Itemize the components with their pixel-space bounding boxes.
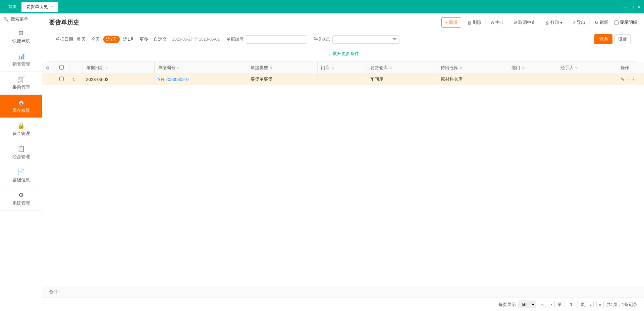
next-page-btn[interactable]: ›	[588, 301, 594, 308]
sidebar-item-inventory[interactable]: 🏠 库存核算	[0, 95, 42, 118]
last-page-btn[interactable]: »	[596, 301, 603, 308]
date-filter-label: 单据日期	[56, 36, 73, 42]
date-sort-icon[interactable]: ⇅	[105, 66, 108, 70]
sidebar-search-label: 搜索菜单	[11, 16, 28, 22]
sidebar-item-basic[interactable]: 📄 基础信息	[0, 164, 42, 187]
page-number-input[interactable]	[565, 301, 578, 308]
export-button[interactable]: ↗ 导出	[569, 18, 589, 27]
per-page-select[interactable]: 20 50 100 200	[519, 301, 536, 308]
more-actions-icon[interactable]: ⋮⋮	[627, 77, 636, 82]
quick-nav-icon: ⊞	[18, 29, 23, 37]
active-tab[interactable]: 要货单历史 ×	[21, 2, 58, 12]
total-info: 共1页，1条记录	[606, 302, 637, 308]
table-row: 1 2023-06-02 YH-20230602-0 要货单要货 车间库 原材料…	[42, 74, 644, 85]
stop-button[interactable]: ⊘ 中止	[487, 18, 507, 27]
store-sort-icon[interactable]: ⇅	[331, 66, 334, 70]
select-all-checkbox[interactable]	[59, 65, 64, 70]
table-area: ⚙ 单据日期⇅ 单据编号⇅ 单据类型⇅	[42, 62, 644, 286]
stop-icon: ⊘	[491, 20, 494, 25]
date-option-1month[interactable]: 近1月	[121, 36, 136, 43]
data-table: ⚙ 单据日期⇅ 单据编号⇅ 单据类型⇅	[42, 62, 644, 85]
active-tab-label: 要货单历史	[26, 4, 48, 9]
doc-no-link[interactable]: YH-20230602-0	[158, 77, 189, 82]
date-option-7days[interactable]: 近7天	[103, 36, 120, 43]
status-filter-group: 单据状态	[313, 35, 399, 44]
page-suffix: 页	[581, 302, 585, 308]
page-label: 第	[557, 302, 562, 308]
edit-icon[interactable]: ✎	[621, 77, 625, 82]
row-handler-cell	[557, 74, 617, 85]
cancel-stop-button[interactable]: ↺ 取消中止	[510, 18, 539, 27]
reqwarehouse-sort-icon[interactable]: ⇅	[389, 66, 392, 70]
doctype-sort-icon[interactable]: ⇅	[269, 66, 272, 70]
maximize-btn[interactable]: □	[631, 4, 634, 9]
inventory-icon: 🏠	[17, 99, 25, 106]
date-options: 昨天 今天 近7天 近1月 更多 自定义	[75, 36, 169, 43]
date-range-text: 2023-05-27 至 2023-06-02	[172, 37, 219, 42]
prev-page-btn[interactable]: ‹	[549, 301, 555, 308]
export-icon: ↗	[572, 20, 576, 25]
row-settings-cell	[42, 74, 56, 85]
sidebar-item-label: 采购管理	[12, 84, 30, 90]
print-icon: 🖨	[545, 20, 549, 25]
display-detail-checkbox[interactable]	[614, 20, 619, 25]
sidebar-item-label: 销售管理	[12, 61, 30, 67]
search-icon: 🔍	[3, 17, 9, 22]
doc-no-input[interactable]	[246, 35, 306, 44]
display-detail-checkbox-label[interactable]: 显示明细	[614, 19, 637, 26]
close-window-btn[interactable]: ✕	[637, 4, 641, 9]
sidebar-item-label: 库存核算	[12, 107, 30, 114]
date-option-custom[interactable]: 自定义	[152, 36, 169, 43]
main-layout: 🔍 搜索菜单 ⊞ 快捷导航 📊 销售管理 🛒 采购管理 🏠 库存核算 🔒 资金管…	[0, 13, 644, 311]
close-tab-btn[interactable]: ×	[51, 4, 54, 9]
sidebar-item-quick-nav[interactable]: ⊞ 快捷导航	[0, 25, 42, 48]
date-option-yesterday[interactable]: 昨天	[75, 36, 88, 43]
sidebar-item-finance[interactable]: 🔒 资金管理	[0, 118, 42, 141]
system-icon: ⚙	[18, 191, 24, 199]
row-store-cell	[317, 74, 367, 85]
expand-more-icon: ⌄	[328, 51, 331, 56]
sidebar-item-sales[interactable]: 📊 销售管理	[0, 48, 42, 72]
delete-button[interactable]: 🗑 删除	[464, 18, 485, 27]
sidebar-item-purchase[interactable]: 🛒 采购管理	[0, 72, 42, 95]
row-seq-cell: 1	[69, 74, 83, 85]
print-button[interactable]: 🖨 打印 ▾	[542, 18, 566, 27]
minimize-btn[interactable]: —	[623, 4, 628, 9]
docno-sort-icon[interactable]: ⇅	[177, 66, 180, 70]
per-page-label: 每页显示	[498, 302, 516, 308]
sidebar-search[interactable]: 🔍 搜索菜单	[0, 13, 42, 25]
sidebar-item-system[interactable]: ⚙ 系统管理	[0, 187, 42, 211]
row-reqwarehouse-cell: 车间库	[367, 74, 437, 85]
home-tab[interactable]: 首页	[3, 2, 21, 12]
first-page-btn[interactable]: «	[539, 301, 546, 308]
refresh-button[interactable]: ↻ 刷新	[591, 18, 611, 27]
table-settings-icon[interactable]: ⚙	[46, 65, 50, 71]
doc-no-label: 单据编号	[226, 36, 244, 42]
sidebar: 🔍 搜索菜单 ⊞ 快捷导航 📊 销售管理 🛒 采购管理 🏠 库存核算 🔒 资金管…	[0, 13, 42, 311]
row-pendwarehouse-cell: 原材料仓库	[437, 74, 508, 85]
query-button[interactable]: 查询	[594, 34, 612, 44]
status-select[interactable]	[332, 35, 399, 44]
footer-total: 合计：	[49, 289, 62, 295]
cancel-stop-icon: ↺	[514, 20, 517, 25]
date-option-today[interactable]: 今天	[89, 36, 102, 43]
row-checkbox[interactable]	[59, 77, 64, 81]
window-controls: — □ ✕	[623, 4, 641, 9]
sidebar-item-operations[interactable]: 📋 经营管理	[0, 141, 42, 164]
date-option-more[interactable]: 更多	[138, 36, 150, 43]
refresh-icon: ↻	[595, 20, 598, 25]
row-date-cell: 2023-06-02	[83, 74, 154, 85]
handler-sort-icon[interactable]: ⇅	[575, 66, 578, 70]
purchase-icon: 🛒	[17, 76, 25, 83]
col-handler-header: 经手人⇅	[557, 62, 617, 74]
new-button[interactable]: + 新增	[441, 17, 461, 28]
page-title: 要货单历史	[49, 18, 79, 27]
expand-more-button[interactable]: ⌄ 展开更多条件	[325, 49, 362, 58]
settings-button[interactable]: 设置	[614, 34, 631, 44]
sidebar-item-label: 资金管理	[12, 131, 30, 137]
sidebar-item-label: 系统管理	[12, 200, 30, 206]
page-title-row: 要货单历史 + 新增 🗑 删除 ⊘ 中止 ↺ 取消中止	[49, 17, 637, 28]
dept-sort-icon[interactable]: ⇅	[522, 66, 525, 70]
row-docno-cell[interactable]: YH-20230602-0	[154, 74, 247, 85]
pendwarehouse-sort-icon[interactable]: ⇅	[460, 66, 463, 70]
